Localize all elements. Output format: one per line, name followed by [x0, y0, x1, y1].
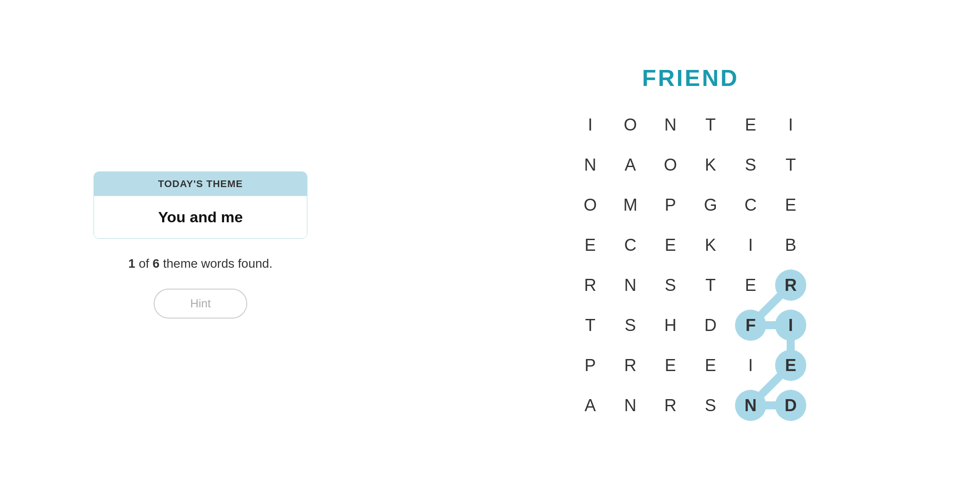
- found-word-title: FRIEND: [642, 65, 739, 91]
- grid-cell-6-3[interactable]: E: [690, 345, 731, 385]
- grid-cell-3-5[interactable]: B: [771, 225, 811, 265]
- grid-cell-6-0[interactable]: P: [570, 345, 610, 385]
- theme-card-header: TODAY'S THEME: [94, 172, 307, 196]
- theme-card: TODAY'S THEME You and me: [94, 172, 307, 239]
- grid-cell-7-3[interactable]: S: [690, 385, 731, 425]
- grid-cell-3-1[interactable]: C: [610, 225, 650, 265]
- grid-cell-2-2[interactable]: P: [650, 185, 690, 225]
- grid-cell-2-5[interactable]: E: [771, 185, 811, 225]
- found-count: 1: [128, 257, 135, 270]
- letter-circle-6-5: E: [775, 350, 806, 381]
- grid-cell-0-4[interactable]: E: [731, 105, 771, 145]
- letter-circle-5-4: F: [735, 310, 766, 341]
- letter-circle-4-5: R: [775, 270, 806, 301]
- grid-cell-0-0[interactable]: I: [570, 105, 610, 145]
- progress-label: theme words found.: [163, 257, 273, 270]
- grid-cell-3-2[interactable]: E: [650, 225, 690, 265]
- grid-cell-6-1[interactable]: R: [610, 345, 650, 385]
- total-count: 6: [153, 257, 160, 270]
- grid-cell-2-1[interactable]: M: [610, 185, 650, 225]
- grid-cell-1-5[interactable]: T: [771, 145, 811, 185]
- grid-cell-5-0[interactable]: T: [570, 305, 610, 345]
- letter-circle-7-5: D: [775, 390, 806, 421]
- grid-cell-6-4[interactable]: I: [731, 345, 771, 385]
- grid-cell-1-4[interactable]: S: [731, 145, 771, 185]
- grid-cell-6-5[interactable]: E: [771, 345, 811, 385]
- progress-text: 1 of 6 theme words found.: [128, 257, 273, 271]
- progress-of: of: [139, 257, 152, 270]
- grid-cell-4-2[interactable]: S: [650, 265, 690, 305]
- grid-cell-6-2[interactable]: E: [650, 345, 690, 385]
- grid-cell-7-4[interactable]: N: [731, 385, 771, 425]
- left-panel: TODAY'S THEME You and me 1 of 6 theme wo…: [0, 0, 401, 490]
- grid-cell-5-1[interactable]: S: [610, 305, 650, 345]
- letter-circle-5-5: I: [775, 310, 806, 341]
- grid-cell-4-5[interactable]: R: [771, 265, 811, 305]
- grid-cell-0-3[interactable]: T: [690, 105, 731, 145]
- grid-cell-1-2[interactable]: O: [650, 145, 690, 185]
- grid-cell-5-5[interactable]: I: [771, 305, 811, 345]
- grid-cell-4-1[interactable]: N: [610, 265, 650, 305]
- grid-cell-2-0[interactable]: O: [570, 185, 610, 225]
- hint-button[interactable]: Hint: [154, 289, 247, 318]
- grid-cell-1-3[interactable]: K: [690, 145, 731, 185]
- grid-cell-5-2[interactable]: H: [650, 305, 690, 345]
- grid-cell-3-4[interactable]: I: [731, 225, 771, 265]
- grid-cell-0-5[interactable]: I: [771, 105, 811, 145]
- grid-cell-5-3[interactable]: D: [690, 305, 731, 345]
- grid-cell-0-2[interactable]: N: [650, 105, 690, 145]
- grid-cell-4-4[interactable]: E: [731, 265, 771, 305]
- theme-card-body: You and me: [94, 196, 307, 238]
- grid-cell-4-0[interactable]: R: [570, 265, 610, 305]
- grid-cell-7-5[interactable]: D: [771, 385, 811, 425]
- grid-cell-3-3[interactable]: K: [690, 225, 731, 265]
- right-panel: FRIEND IONTEINAOKSTOMPGCEECEKIBRNSTERTSH…: [401, 0, 980, 490]
- grid-cell-5-4[interactable]: F: [731, 305, 771, 345]
- letter-circle-7-4: N: [735, 390, 766, 421]
- grid-cell-7-2[interactable]: R: [650, 385, 690, 425]
- grid-cell-1-1[interactable]: A: [610, 145, 650, 185]
- grid-cell-1-0[interactable]: N: [570, 145, 610, 185]
- grid-cell-0-1[interactable]: O: [610, 105, 650, 145]
- grid-cell-7-0[interactable]: A: [570, 385, 610, 425]
- grid-cell-4-3[interactable]: T: [690, 265, 731, 305]
- grid-cell-3-0[interactable]: E: [570, 225, 610, 265]
- grid-cell-2-3[interactable]: G: [690, 185, 731, 225]
- word-search-grid[interactable]: IONTEINAOKSTOMPGCEECEKIBRNSTERTSHDFIPREE…: [570, 105, 811, 425]
- grid-cell-2-4[interactable]: C: [731, 185, 771, 225]
- grid-cell-7-1[interactable]: N: [610, 385, 650, 425]
